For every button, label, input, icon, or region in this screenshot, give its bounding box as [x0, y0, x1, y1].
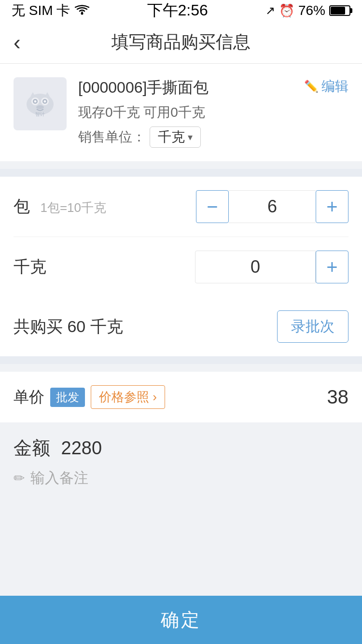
svg-point-6: [34, 100, 37, 102]
price-ref-label: 价格参照 ›: [99, 389, 157, 406]
kg-label: 千克: [14, 256, 195, 278]
product-stock: 现存0千克 可用0千克: [78, 103, 348, 122]
price-section: 单价 批发 价格参照 › 38: [0, 372, 362, 422]
quantity-section: 包 1包=10千克 − + 千克 +: [0, 177, 362, 297]
product-section: 智计 [0000006]手撕面包 ✏️ 编辑 现存0千克 可用0千克 销售单位：…: [0, 64, 362, 161]
battery-percent: 76%: [298, 3, 325, 18]
price-value: 38: [327, 386, 349, 408]
package-decrement-button[interactable]: −: [196, 190, 229, 223]
remark-placeholder: 输入备注: [30, 468, 88, 488]
summary-section: 共购买 60 千克 录批次: [0, 297, 362, 356]
svg-point-0: [81, 13, 84, 15]
location-icon: ↗: [265, 4, 275, 17]
product-info: [0000006]手撕面包 ✏️ 编辑 现存0千克 可用0千克 销售单位： 千克: [78, 77, 348, 148]
kg-input[interactable]: [195, 251, 316, 283]
amount-section: 金额 2280 ✏ 输入备注: [0, 422, 362, 498]
battery-icon: [329, 5, 350, 16]
confirm-button[interactable]: 确定: [0, 596, 362, 644]
price-ref-button[interactable]: 价格参照 ›: [91, 385, 165, 409]
wifi-icon: [75, 3, 89, 18]
price-tag: 批发: [50, 388, 85, 407]
svg-point-7: [44, 100, 46, 102]
summary-text: 共购买 60 千克: [14, 316, 123, 338]
divider-2: [0, 356, 362, 364]
edit-icon: ✏️: [304, 80, 319, 93]
package-row: 包 1包=10千克 − +: [14, 177, 348, 237]
package-label: 包 1包=10千克: [14, 196, 196, 218]
kg-row: 千克 +: [14, 237, 348, 297]
price-label: 单价 批发 价格参照 ›: [14, 385, 165, 409]
amount-label: 金额: [14, 438, 50, 458]
price-text: 单价: [14, 387, 44, 408]
page-title: 填写商品购买信息: [111, 30, 251, 54]
carrier-text: 无 SIM 卡: [12, 1, 70, 20]
svg-point-8: [36, 105, 44, 109]
pencil-icon: ✏: [14, 470, 25, 486]
package-input[interactable]: [229, 190, 316, 223]
status-left: 无 SIM 卡: [12, 1, 89, 20]
batch-button[interactable]: 录批次: [277, 310, 348, 343]
product-unit: 销售单位： 千克: [78, 126, 348, 148]
kg-control: +: [195, 251, 348, 283]
kg-increment-button[interactable]: +: [316, 251, 348, 283]
alarm-icon: ⏰: [279, 3, 294, 18]
edit-label: 编辑: [321, 77, 348, 96]
amount-value: 2280: [61, 438, 102, 458]
package-hint: 1包=10千克: [40, 200, 106, 215]
package-control: − +: [196, 190, 348, 223]
edit-button[interactable]: ✏️ 编辑: [304, 77, 348, 96]
product-image: 智计: [14, 77, 67, 130]
unit-select[interactable]: 千克: [150, 126, 201, 148]
amount-row: 金额 2280: [14, 436, 348, 461]
status-time: 下午2:56: [147, 0, 208, 21]
package-increment-button[interactable]: +: [316, 190, 348, 223]
unit-label: 销售单位：: [78, 128, 146, 146]
svg-text:智计: 智计: [35, 112, 45, 117]
divider-1: [0, 169, 362, 177]
confirm-button-container: 确定: [0, 596, 362, 644]
status-right: ↗ ⏰ 76%: [265, 3, 350, 18]
back-button[interactable]: ‹: [14, 32, 21, 53]
remark-row[interactable]: ✏ 输入备注: [14, 468, 348, 488]
nav-bar: ‹ 填写商品购买信息: [0, 21, 362, 64]
status-bar: 无 SIM 卡 下午2:56 ↗ ⏰ 76%: [0, 0, 362, 21]
product-name: [0000006]手撕面包: [78, 77, 209, 98]
